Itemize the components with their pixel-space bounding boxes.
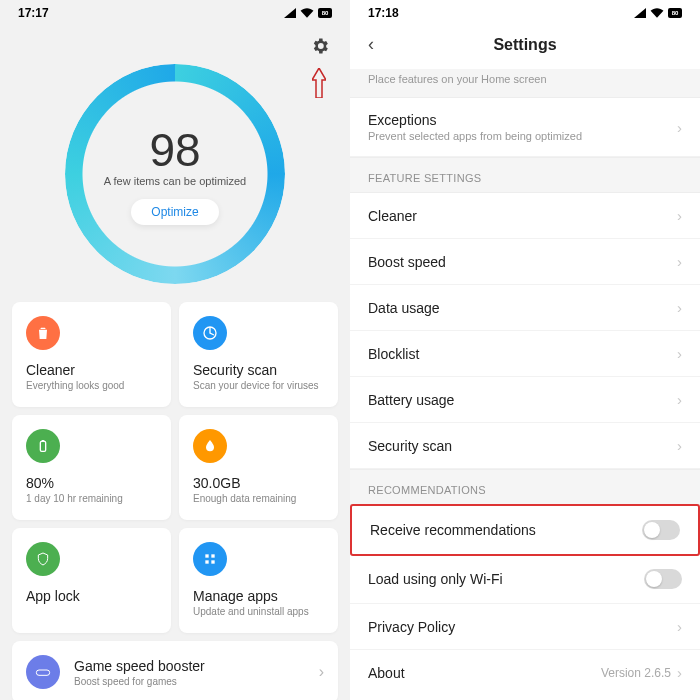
chevron-right-icon: › [677,253,682,270]
row-about[interactable]: About Version 2.6.5 › [350,650,700,695]
back-button[interactable]: ‹ [368,34,388,55]
score-ring: 98 A few items can be optimized Optimize [65,64,285,284]
scan-icon [193,316,227,350]
row-boost-speed[interactable]: Boost speed › [350,239,700,285]
status-time: 17:18 [368,6,399,20]
row-title: Cleaner [368,208,671,224]
svg-rect-1 [40,441,45,451]
chevron-right-icon: › [319,663,324,681]
svg-rect-6 [211,560,214,563]
toggle-wifi-only[interactable] [644,569,682,589]
annotation-arrow-icon [312,68,326,102]
svg-rect-2 [42,440,45,441]
card-security-scan[interactable]: Security scan Scan your device for virus… [179,302,338,407]
card-title: Game speed booster [74,658,305,674]
card-title: Security scan [193,362,324,378]
row-title: Exceptions [368,112,671,128]
row-title: Boost speed [368,254,671,270]
row-title: Receive recommendations [370,522,642,538]
gear-icon[interactable] [310,36,330,60]
drop-icon [193,429,227,463]
row-title: Data usage [368,300,671,316]
row-blocklist[interactable]: Blocklist › [350,331,700,377]
row-receive-recommendations[interactable]: Receive recommendations [352,506,698,554]
row-home-features-sub[interactable]: Place features on your Home screen [350,69,700,98]
card-title: Manage apps [193,588,324,604]
settings-screen: 17:18 80 ‹ Settings Place features on yo… [350,0,700,700]
score-subtitle: A few items can be optimized [104,175,246,187]
card-battery[interactable]: 80% 1 day 10 hr remaining [12,415,171,520]
wifi-icon [300,6,314,21]
row-subtitle: Place features on your Home screen [368,73,682,85]
gamepad-icon [26,655,60,689]
row-title: Security scan [368,438,671,454]
svg-rect-5 [205,560,208,563]
annotation-highlight: Receive recommendations [350,504,700,556]
card-subtitle: Update and uninstall apps [193,606,324,617]
row-load-wifi-only[interactable]: Load using only Wi-Fi [350,555,700,604]
battery-icon: 80 [668,8,682,18]
shield-icon [26,542,60,576]
card-subtitle: Scan your device for viruses [193,380,324,391]
row-data-usage[interactable]: Data usage › [350,285,700,331]
row-title: Battery usage [368,392,671,408]
chevron-right-icon: › [677,119,682,136]
optimize-button[interactable]: Optimize [131,199,218,225]
status-bar: 17:18 80 [350,0,700,26]
card-data[interactable]: 30.0GB Enough data remaining [179,415,338,520]
row-security-scan[interactable]: Security scan › [350,423,700,469]
battery-icon [26,429,60,463]
chevron-right-icon: › [677,207,682,224]
trash-icon [26,316,60,350]
card-cleaner[interactable]: Cleaner Everything looks good [12,302,171,407]
status-time: 17:17 [18,6,49,20]
row-exceptions[interactable]: Exceptions Prevent selected apps from be… [350,98,700,157]
chevron-right-icon: › [677,391,682,408]
svg-rect-3 [205,554,208,557]
row-subtitle: Prevent selected apps from being optimiz… [368,130,671,142]
toggle-receive-recommendations[interactable] [642,520,680,540]
score-value: 98 [149,123,200,177]
card-subtitle: Enough data remaining [193,493,324,504]
row-title: About [368,665,601,681]
card-app-lock[interactable]: App lock [12,528,171,633]
chevron-right-icon: › [677,437,682,454]
page-title: Settings [388,36,662,54]
signal-icon [284,8,296,18]
row-battery-usage[interactable]: Battery usage › [350,377,700,423]
wifi-icon [650,6,664,21]
section-recommendations: RECOMMENDATIONS [350,469,700,505]
signal-icon [634,8,646,18]
security-app-screen: 17:17 80 98 A few items can be optimized… [0,0,350,700]
card-title: 80% [26,475,157,491]
card-subtitle: Everything looks good [26,380,157,391]
topbar: ‹ Settings [350,26,700,69]
chevron-right-icon: › [677,618,682,635]
chevron-right-icon: › [677,299,682,316]
section-feature-settings: FEATURE SETTINGS [350,157,700,193]
card-game-booster[interactable]: Game speed booster Boost speed for games… [12,641,338,700]
svg-rect-4 [211,554,214,557]
row-title: Load using only Wi-Fi [368,571,644,587]
card-subtitle: Boost speed for games [74,676,305,687]
chevron-right-icon: › [677,345,682,362]
status-bar: 17:17 80 [0,0,350,26]
chevron-right-icon: › [677,664,682,681]
row-title: Privacy Policy [368,619,671,635]
row-cleaner[interactable]: Cleaner › [350,193,700,239]
card-manage-apps[interactable]: Manage apps Update and uninstall apps [179,528,338,633]
status-icons: 80 [284,6,332,21]
version-label: Version 2.6.5 [601,666,671,680]
status-icons: 80 [634,6,682,21]
row-title: Blocklist [368,346,671,362]
battery-icon: 80 [318,8,332,18]
row-privacy-policy[interactable]: Privacy Policy › [350,604,700,650]
card-title: 30.0GB [193,475,324,491]
card-title: App lock [26,588,157,604]
apps-icon [193,542,227,576]
card-subtitle: 1 day 10 hr remaining [26,493,157,504]
card-title: Cleaner [26,362,157,378]
